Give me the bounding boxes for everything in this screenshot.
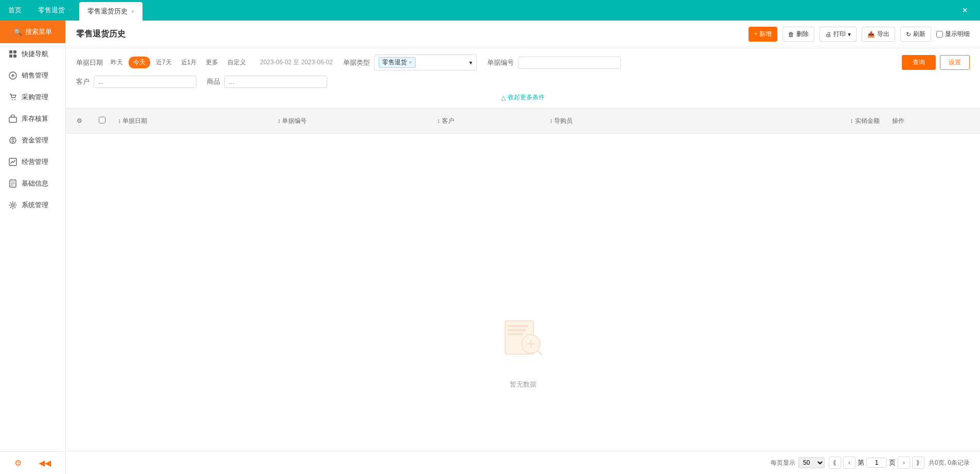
filter-date-item: 单据日期 昨天 今天 近7天 近1月 更多 自定义 <box>76 57 250 68</box>
window-close-button[interactable]: × <box>958 5 972 16</box>
empty-text: 暂无数据 <box>510 380 537 389</box>
sidebar-item-base-info[interactable]: 基础信息 <box>0 173 65 194</box>
date-btn-7days[interactable]: 近7天 <box>152 57 175 68</box>
page-last-button[interactable]: ⟫ <box>912 457 924 469</box>
sidebar-item-system-label: 系统管理 <box>22 200 48 210</box>
tab-home[interactable]: 首页 <box>0 0 30 21</box>
finance-icon <box>8 136 17 145</box>
th-customer: ↕ 客户 <box>431 108 543 134</box>
sidebar-item-sales[interactable]: 销售管理 <box>0 65 65 86</box>
voucher-type-select[interactable]: 零售退货 × ▾ <box>374 54 477 70</box>
voucher-no-input[interactable] <box>518 57 621 69</box>
operations-icon <box>8 157 17 167</box>
inventory-icon <box>8 114 17 123</box>
date-btn-today[interactable]: 今天 <box>129 57 150 68</box>
svg-rect-2 <box>9 54 12 58</box>
sidebar-item-purchase[interactable]: 采购管理 <box>0 86 65 108</box>
page-prev-button[interactable]: ‹ <box>843 457 856 469</box>
refresh-label: 刷新 <box>913 30 925 39</box>
date-btn-more[interactable]: 更多 <box>202 57 222 68</box>
filter-area: 单据日期 昨天 今天 近7天 近1月 更多 自定义 2023-06-02 至 2… <box>66 48 980 108</box>
customer-input[interactable] <box>94 76 197 88</box>
total-info: 共0页, 0条记录 <box>929 459 970 467</box>
svg-point-11 <box>12 204 14 207</box>
th-customer-label: ↕ 客户 <box>437 117 454 124</box>
show-detail-input[interactable] <box>936 31 943 38</box>
content-area: 零售退货历史 + 新增 🗑 删除 🖨 打印 ▾ 📤 导出 <box>66 21 980 474</box>
th-action: 操作 <box>886 108 980 134</box>
sidebar-item-inventory-label: 库存核算 <box>22 114 48 123</box>
audio-bottom-icon[interactable]: ◀◀ <box>39 458 51 468</box>
svg-rect-14 <box>508 329 526 331</box>
filter-voucher-no-item: 单据编号 <box>487 57 621 69</box>
sidebar-item-operations[interactable]: 经营管理 <box>0 151 65 173</box>
delete-button[interactable]: 🗑 删除 <box>782 27 814 42</box>
sidebar-item-inventory[interactable]: 库存核算 <box>0 108 65 130</box>
filter-voucher-type-item: 单据类型 零售退货 × ▾ <box>343 54 477 70</box>
top-bar: 首页 零售退货 × 零售退货历史 × × <box>0 0 980 21</box>
svg-rect-7 <box>9 117 16 122</box>
refresh-icon: ↻ <box>906 31 911 38</box>
page-first-button[interactable]: ⟪ <box>829 457 841 469</box>
page-nav: ⟪ ‹ 第 页 › ⟫ <box>829 457 924 469</box>
page-size-group: 每页显示 50 10 20 100 <box>771 457 825 468</box>
per-page-select[interactable]: 50 10 20 100 <box>798 457 825 468</box>
date-btn-custom[interactable]: 自定义 <box>224 57 250 68</box>
tab-retail-return-close[interactable]: × <box>68 7 71 13</box>
collapse-label: 收起更多条件 <box>508 93 545 102</box>
page-header: 零售退货历史 + 新增 🗑 删除 🖨 打印 ▾ 📤 导出 <box>66 21 980 48</box>
header-actions: + 新增 🗑 删除 🖨 打印 ▾ 📤 导出 ↻ 刷新 <box>749 27 970 42</box>
page-suffix: 页 <box>889 458 896 467</box>
date-btn-yesterday[interactable]: 昨天 <box>107 57 127 68</box>
column-settings-icon[interactable]: ⚙ <box>72 114 86 128</box>
goods-input[interactable] <box>224 76 327 88</box>
sidebar-search[interactable]: 🔍 搜索菜单 <box>0 21 65 43</box>
export-label: 导出 <box>877 30 889 39</box>
pagination: 每页显示 50 10 20 100 ⟪ ‹ 第 页 › ⟫ 共0页, 0条记录 <box>66 451 980 474</box>
voucher-type-label: 单据类型 <box>343 58 370 67</box>
filter-date-range-item: 2023-06-02 至 2023-06-02 <box>260 58 332 67</box>
query-button[interactable]: 查询 <box>902 55 936 70</box>
voucher-type-tag-close[interactable]: × <box>409 60 412 65</box>
settings-label: 设置 <box>949 58 961 67</box>
add-label: + 新增 <box>754 30 772 39</box>
sidebar-bottom: ⚙ ◀◀ <box>0 451 65 474</box>
date-range-display: 2023-06-02 至 2023-06-02 <box>260 58 332 67</box>
sidebar-item-purchase-label: 采购管理 <box>22 93 48 102</box>
sidebar-item-finance[interactable]: 资金管理 <box>0 130 65 151</box>
sidebar-item-quick-nav-label: 快捷导航 <box>22 49 48 59</box>
delete-icon: 🗑 <box>788 31 794 38</box>
tab-retail-return[interactable]: 零售退货 × <box>30 0 79 21</box>
th-guide-label: ↕ 导购员 <box>549 117 573 124</box>
select-all-checkbox[interactable] <box>99 117 105 123</box>
sidebar-item-finance-label: 资金管理 <box>22 136 48 145</box>
show-detail-checkbox[interactable]: 显示明细 <box>936 30 970 39</box>
th-spacer <box>679 108 726 134</box>
tab-retail-return-history-close[interactable]: × <box>131 8 134 14</box>
page-number-input[interactable] <box>866 458 887 468</box>
data-table: ⚙ ↕ 单据日期 ↕ 单据编号 <box>66 108 980 134</box>
sidebar-item-quick-nav[interactable]: 快捷导航 <box>0 43 65 65</box>
voucher-type-dropdown-icon: ▾ <box>469 59 472 66</box>
customer-label: 客户 <box>76 77 90 86</box>
add-button[interactable]: + 新增 <box>749 27 777 42</box>
collapse-button[interactable]: △ 收起更多条件 <box>501 93 545 102</box>
settings-button[interactable]: 设置 <box>940 55 970 70</box>
settings-bottom-icon[interactable]: ⚙ <box>14 458 22 468</box>
per-page-label: 每页显示 <box>771 459 795 467</box>
tab-retail-return-label: 零售退货 <box>38 6 65 15</box>
tab-retail-return-history[interactable]: 零售退货历史 × <box>79 2 142 21</box>
sidebar-item-system[interactable]: 系统管理 <box>0 194 65 216</box>
th-guide: ↕ 导购员 <box>543 108 679 134</box>
refresh-button[interactable]: ↻ 刷新 <box>900 27 931 42</box>
filter-row-2: 客户 商品 <box>76 76 970 88</box>
export-button[interactable]: 📤 导出 <box>862 27 895 42</box>
svg-rect-1 <box>13 50 16 53</box>
th-action-label: 操作 <box>892 117 904 124</box>
tab-retail-return-history-label: 零售退货历史 <box>87 7 128 16</box>
table-area: ⚙ ↕ 单据日期 ↕ 单据编号 <box>66 108 980 451</box>
svg-point-5 <box>12 99 13 100</box>
date-btn-1month[interactable]: 近1月 <box>177 57 201 68</box>
page-next-button[interactable]: › <box>898 457 910 469</box>
print-button[interactable]: 🖨 打印 ▾ <box>819 27 857 42</box>
